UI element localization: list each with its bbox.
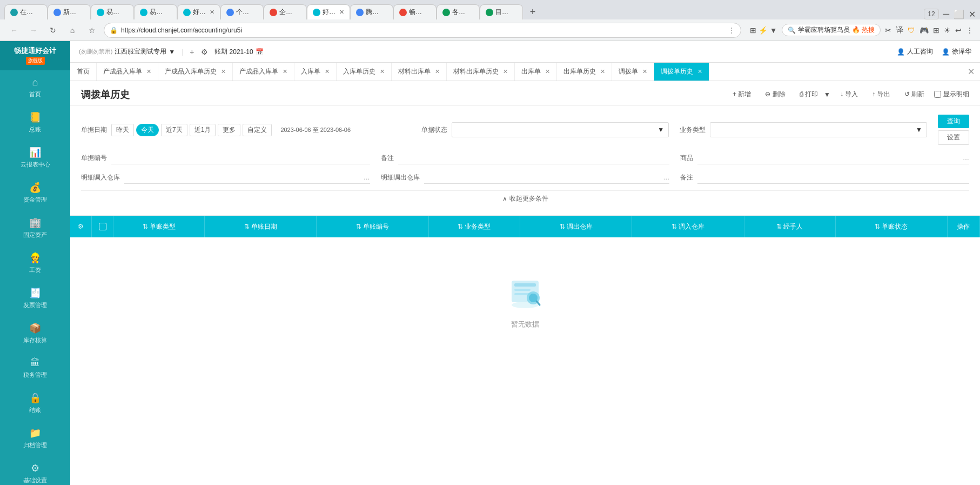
bookmark-button[interactable]: ☆ bbox=[84, 23, 99, 38]
content-tab-close-3[interactable]: ✕ bbox=[283, 68, 287, 75]
th-in-warehouse[interactable]: ⇅ 调入仓库 bbox=[632, 216, 744, 237]
refresh-button[interactable]: ↻ bbox=[45, 23, 61, 38]
browser-tab-2[interactable]: 易… bbox=[91, 4, 134, 19]
content-tab-11[interactable]: 调拨单历史 ✕ bbox=[654, 63, 709, 81]
content-tab-10[interactable]: 调拨单 ✕ bbox=[612, 63, 654, 81]
sidebar-item-tax[interactable]: 🏛 税务管理 bbox=[0, 351, 70, 386]
delete-button[interactable]: ⊖ 删除 bbox=[761, 88, 789, 101]
browser-tab-7[interactable]: 好… ✕ bbox=[307, 4, 350, 19]
sidebar-item-inventory[interactable]: 📦 库存核算 bbox=[0, 316, 70, 351]
browser-tab-11[interactable]: 目… bbox=[480, 4, 523, 19]
new-button[interactable]: + 新增 bbox=[728, 88, 755, 101]
content-tab-close-7[interactable]: ✕ bbox=[503, 68, 508, 75]
grid-icon[interactable]: ⊞ bbox=[933, 26, 939, 35]
th-doc-status[interactable]: ⇅ 单账状态 bbox=[836, 216, 948, 237]
print-button[interactable]: ⎙ 打印 bbox=[795, 88, 822, 101]
sidebar-logo[interactable]: 畅捷通好会计 旗舰版 bbox=[0, 41, 70, 70]
support-button[interactable]: 👤 人工咨询 bbox=[897, 47, 933, 56]
sidebar-item-closing[interactable]: 🔒 结账 bbox=[0, 386, 70, 421]
doc-no-input[interactable] bbox=[111, 154, 370, 162]
lightning-icon[interactable]: ⚡ bbox=[759, 26, 768, 35]
sidebar-item-home[interactable]: ⌂ 首页 bbox=[0, 70, 70, 105]
browser-menu-icon[interactable]: ⋮ bbox=[966, 26, 974, 35]
browser-tab-0[interactable]: 在… bbox=[4, 4, 48, 19]
content-tab-close-8[interactable]: ✕ bbox=[545, 68, 550, 75]
sidebar-item-settings[interactable]: ⚙ 基础设置 bbox=[0, 456, 70, 485]
browser-tab-3[interactable]: 易… bbox=[134, 4, 177, 19]
note2-input[interactable] bbox=[697, 174, 969, 181]
query-button[interactable]: 查询 bbox=[938, 115, 969, 128]
browser-tab-10[interactable]: 各… bbox=[437, 4, 480, 19]
browser-tab-4[interactable]: 好… ✕ bbox=[177, 4, 220, 19]
sidebar-item-ledger[interactable]: 📒 总账 bbox=[0, 105, 70, 140]
period-selector[interactable]: 账期 2021-10 📅 bbox=[214, 47, 264, 56]
scissor-icon[interactable]: ✂ bbox=[885, 26, 891, 35]
today-btn[interactable]: 今天 bbox=[136, 124, 159, 136]
translate-icon[interactable]: 译 bbox=[896, 25, 903, 35]
content-tab-home[interactable]: 首页 bbox=[70, 63, 97, 81]
print-dropdown-icon[interactable]: ▼ bbox=[824, 91, 830, 98]
back-button[interactable]: ← bbox=[6, 23, 22, 38]
filter-setting-button[interactable]: 设置 bbox=[938, 130, 969, 145]
th-out-warehouse[interactable]: ⇅ 调出仓库 bbox=[520, 216, 632, 237]
th-doc-date[interactable]: ⇅ 单账日期 bbox=[205, 216, 317, 237]
header-checkbox[interactable] bbox=[99, 223, 106, 230]
content-tab-4[interactable]: 入库单 ✕ bbox=[294, 63, 337, 81]
out-warehouse-input[interactable] bbox=[424, 174, 661, 181]
content-tab-7[interactable]: 材料出库单历史 ✕ bbox=[447, 63, 515, 81]
content-tab-close-10[interactable]: ✕ bbox=[642, 68, 647, 75]
browser-tab-1[interactable]: 新… bbox=[48, 4, 91, 19]
user-button[interactable]: 👤 徐泽华 bbox=[942, 47, 971, 56]
th-doc-type[interactable]: ⇅ 单账类型 bbox=[113, 216, 205, 237]
content-tab-close-2[interactable]: ✕ bbox=[221, 68, 226, 75]
address-dropdown-icon[interactable]: ⋮ bbox=[728, 26, 735, 35]
menu-dropdown-icon[interactable]: ▼ bbox=[770, 26, 777, 35]
undo-icon[interactable]: ↩ bbox=[955, 26, 962, 35]
th-checkbox[interactable] bbox=[92, 216, 113, 237]
browser-tab-6[interactable]: 企… bbox=[264, 4, 307, 19]
print-button-group[interactable]: ⎙ 打印 ▼ bbox=[795, 88, 830, 101]
tab-close-4[interactable]: ✕ bbox=[210, 9, 214, 16]
display-toggle[interactable]: 显示明细 bbox=[934, 90, 969, 99]
week-btn[interactable]: 近7天 bbox=[161, 124, 187, 136]
goods-input[interactable] bbox=[697, 154, 961, 162]
sidebar-item-payroll[interactable]: 👷 工资 bbox=[0, 245, 70, 281]
th-settings[interactable]: ⚙ bbox=[70, 216, 92, 237]
address-bar[interactable]: 🔒 https://cloud.chanjet.com/accounting/u… bbox=[104, 23, 741, 38]
display-toggle-checkbox[interactable] bbox=[934, 91, 941, 98]
minimize-button[interactable]: ─ bbox=[943, 9, 949, 19]
th-handler[interactable]: ⇅ 经手人 bbox=[744, 216, 836, 237]
month-btn[interactable]: 近1月 bbox=[190, 124, 216, 136]
close-all-tabs-button[interactable]: ✕ bbox=[962, 67, 980, 77]
content-tab-3[interactable]: 产成品入库单 ✕ bbox=[233, 63, 294, 81]
in-warehouse-input[interactable] bbox=[124, 174, 361, 181]
more-btn[interactable]: 更多 bbox=[218, 124, 240, 136]
new-tab-button[interactable]: + bbox=[525, 4, 540, 19]
settings-button[interactable]: ⚙ bbox=[201, 48, 208, 56]
brightness-icon[interactable]: ☀ bbox=[944, 26, 951, 35]
company-selector[interactable]: (勿删勿禁用) 江西服宝测试专用 ▼ bbox=[79, 47, 175, 56]
sidebar-item-archive[interactable]: 📁 归档管理 bbox=[0, 421, 70, 456]
sidebar-item-assets[interactable]: 🏢 固定资产 bbox=[0, 210, 70, 245]
sidebar-item-reports[interactable]: 📊 云报表中心 bbox=[0, 140, 70, 175]
refresh-button[interactable]: ↺ 刷新 bbox=[900, 88, 929, 101]
status-select[interactable]: ▼ bbox=[452, 122, 669, 137]
in-warehouse-more-icon[interactable]: … bbox=[364, 174, 370, 181]
content-tab-close-4[interactable]: ✕ bbox=[325, 68, 330, 75]
browser-tab-9[interactable]: 畅… bbox=[393, 4, 437, 19]
biz-type-select[interactable]: ▼ bbox=[710, 122, 927, 137]
content-tab-5[interactable]: 入库单历史 ✕ bbox=[337, 63, 392, 81]
forward-button[interactable]: → bbox=[26, 23, 41, 38]
extensions-icon[interactable]: ⊞ bbox=[750, 26, 756, 35]
browser-search-bar[interactable]: 🔍 学霸应聘场驱鸟员 🔥 热搜 bbox=[782, 24, 881, 36]
sidebar-item-invoice[interactable]: 🧾 发票管理 bbox=[0, 281, 70, 316]
content-tab-close-1[interactable]: ✕ bbox=[146, 68, 151, 75]
note-input[interactable] bbox=[398, 154, 670, 162]
import-button[interactable]: ↓ 导入 bbox=[836, 88, 862, 101]
th-doc-no[interactable]: ⇅ 单账编号 bbox=[317, 216, 428, 237]
content-tab-close-9[interactable]: ✕ bbox=[600, 68, 605, 75]
content-tab-2[interactable]: 产成品入库单历史 ✕ bbox=[158, 63, 233, 81]
tab-close-7[interactable]: ✕ bbox=[339, 9, 344, 16]
browser-tab-8[interactable]: 腾… bbox=[350, 4, 393, 19]
sidebar-item-funds[interactable]: 💰 资金管理 bbox=[0, 175, 70, 210]
